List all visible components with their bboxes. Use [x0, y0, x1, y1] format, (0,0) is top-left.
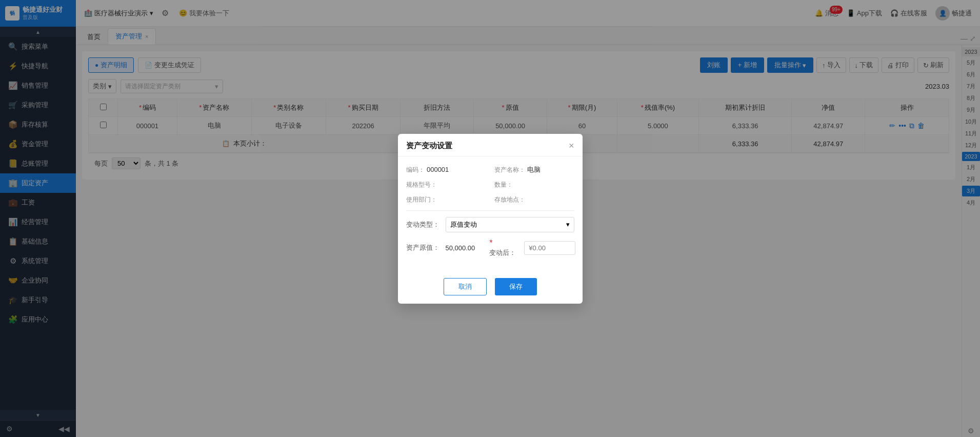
dept-label: 使用部门： — [406, 196, 437, 203]
original-value-label: 资产原值： — [406, 243, 439, 252]
cancel-button[interactable]: 取消 — [444, 278, 487, 295]
modal-quantity-field: 数量： — [494, 180, 574, 189]
original-value: 50,000.00 — [446, 244, 475, 252]
after-change-input[interactable] — [524, 241, 575, 255]
modal-header: 资产变动设置 × — [398, 134, 583, 156]
value-row: 资产原值： 50,000.00 * 变动后： — [406, 239, 574, 257]
code-label: 编码： — [406, 166, 425, 173]
change-type-arrow: ▾ — [566, 221, 570, 228]
change-type-value: 原值变动 — [450, 220, 477, 229]
modal-close-button[interactable]: × — [569, 141, 574, 150]
asset-change-modal: 资产变动设置 × 编码： 000001 资产名称： 电脑 规格型号： — [398, 134, 583, 304]
modal-info-row3: 使用部门： 存放地点： — [406, 194, 574, 204]
modal-info-row1: 编码： 000001 资产名称： 电脑 — [406, 165, 574, 174]
modal-divider — [406, 210, 574, 211]
change-type-row: 变动类型： 原值变动 ▾ — [406, 217, 574, 232]
modal-body: 编码： 000001 资产名称： 电脑 规格型号： 数量： — [398, 156, 583, 272]
modal-footer: 取消 保存 — [398, 272, 583, 304]
change-type-select[interactable]: 原值变动 ▾ — [446, 217, 574, 232]
required-star: * — [489, 239, 492, 247]
modal-asset-name-field: 资产名称： 电脑 — [494, 165, 574, 174]
modal-title: 资产变动设置 — [406, 141, 452, 151]
change-type-label: 变动类型： — [406, 220, 439, 229]
asset-name-value: 电脑 — [527, 166, 541, 173]
quantity-label: 数量： — [494, 181, 513, 188]
location-label: 存放地点： — [494, 196, 525, 203]
spec-label: 规格型号： — [406, 181, 437, 188]
modal-spec-field: 规格型号： — [406, 180, 486, 189]
save-button[interactable]: 保存 — [495, 278, 537, 295]
modal-dept-field: 使用部门： — [406, 194, 486, 204]
code-value: 000001 — [427, 166, 449, 173]
modal-location-field: 存放地点： — [494, 194, 574, 204]
after-change-label: 变动后： — [489, 249, 516, 256]
modal-code-field: 编码： 000001 — [406, 165, 486, 174]
asset-name-label: 资产名称： — [494, 166, 525, 173]
modal-overlay[interactable]: 资产变动设置 × 编码： 000001 资产名称： 电脑 规格型号： — [0, 0, 980, 437]
modal-info-row2: 规格型号： 数量： — [406, 180, 574, 189]
